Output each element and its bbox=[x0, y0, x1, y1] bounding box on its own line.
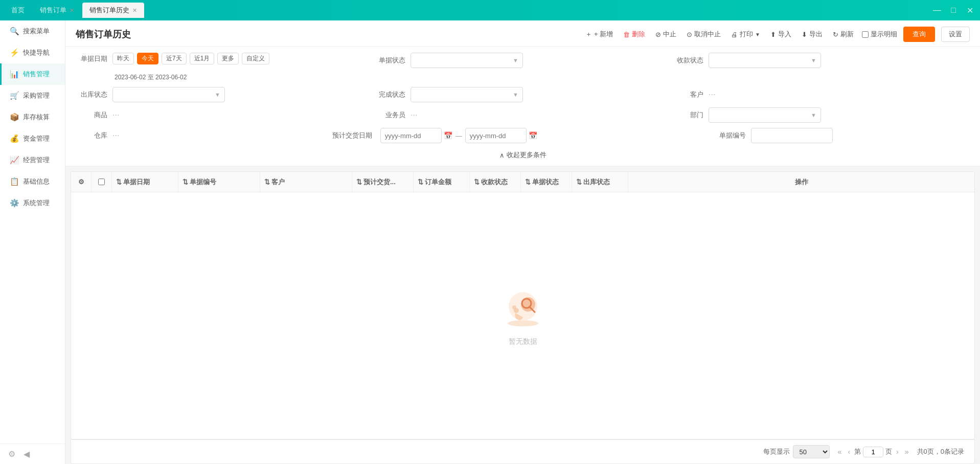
delete-icon: 🗑 bbox=[623, 31, 630, 38]
sidebar-item-nav[interactable]: ⚡ 快捷导航 bbox=[0, 42, 65, 63]
sidebar-item-system[interactable]: ⚙️ 系统管理 bbox=[0, 192, 65, 214]
print-label: 打印 bbox=[740, 30, 753, 39]
date-btn-today[interactable]: 今天 bbox=[137, 53, 158, 64]
goods-more-icon[interactable]: ··· bbox=[112, 111, 119, 120]
date-btn-custom[interactable]: 自定义 bbox=[242, 53, 269, 64]
page-size-select[interactable]: 50 10 20 100 bbox=[793, 445, 830, 458]
date-separator: — bbox=[455, 132, 462, 140]
th-settings[interactable]: ⚙ bbox=[71, 172, 92, 192]
date-btn-yesterday[interactable]: 昨天 bbox=[112, 53, 134, 64]
refresh-btn[interactable]: ↻ 刷新 bbox=[831, 29, 856, 40]
tab-sales-order-history[interactable]: 销售订单历史 ✕ bbox=[82, 3, 144, 18]
query-btn[interactable]: 查询 bbox=[903, 27, 935, 42]
stop-btn[interactable]: ⊘ 中止 bbox=[653, 29, 678, 40]
settings-btn[interactable]: 设置 bbox=[941, 27, 970, 42]
calendar-from-icon[interactable]: 📅 bbox=[444, 131, 452, 140]
calendar-to-icon[interactable]: 📅 bbox=[529, 131, 537, 140]
warehouse-label: 仓库 bbox=[76, 131, 112, 140]
table-area: ⚙ ⇅ 单据日期 ⇅ 单据编号 ⇅ 客户 ⇅ bbox=[71, 171, 975, 439]
sidebar-item-search[interactable]: 🔍 搜索菜单 bbox=[0, 20, 65, 42]
th-customer-sort-icon[interactable]: ⇅ bbox=[264, 178, 270, 186]
th-amount-sort-icon[interactable]: ⇅ bbox=[418, 178, 423, 186]
th-doc-no-sort-icon[interactable]: ⇅ bbox=[183, 178, 188, 186]
th-amount: ⇅ 订单金额 bbox=[414, 172, 470, 192]
th-doc-status-sort-icon[interactable]: ⇅ bbox=[525, 178, 531, 186]
date-btn-7days[interactable]: 近7天 bbox=[162, 53, 187, 64]
tab-sales-order-label: 销售订单 bbox=[40, 6, 66, 15]
top-bar: 首页 销售订单 ✕ 销售订单历史 ✕ — □ ✕ bbox=[0, 0, 980, 20]
cancel-stop-btn[interactable]: ⊙ 取消中止 bbox=[685, 29, 723, 40]
sidebar-item-sales[interactable]: 📊 销售管理 bbox=[0, 63, 65, 85]
date-btn-1month[interactable]: 近1月 bbox=[190, 53, 215, 64]
import-btn[interactable]: ⬆ 导入 bbox=[768, 29, 793, 40]
new-label: + 新增 bbox=[594, 30, 613, 39]
ship-status-select[interactable]: ▼ bbox=[112, 87, 225, 102]
th-check[interactable] bbox=[92, 172, 112, 192]
system-icon: ⚙️ bbox=[10, 198, 19, 208]
delivery-date-from[interactable] bbox=[380, 128, 442, 143]
warehouse-more-icon[interactable]: ··· bbox=[112, 131, 119, 140]
delivery-date-to[interactable] bbox=[465, 128, 527, 143]
page-size-wrap: 每页显示 50 10 20 100 bbox=[763, 445, 830, 458]
next-page-btn[interactable]: › bbox=[894, 447, 901, 457]
sidebar-item-purchase[interactable]: 🛒 采购管理 bbox=[0, 85, 65, 106]
sidebar-item-operations[interactable]: 📈 经营管理 bbox=[0, 149, 65, 171]
tab-sales-order[interactable]: 销售订单 ✕ bbox=[33, 3, 81, 18]
doc-date-label: 单据日期 bbox=[76, 54, 112, 63]
sidebar-item-inventory[interactable]: 📦 库存核算 bbox=[0, 106, 65, 128]
customer-more-icon[interactable]: ··· bbox=[709, 90, 715, 99]
th-delivery-sort-icon[interactable]: ⇅ bbox=[356, 178, 362, 186]
salesman-label: 业务员 bbox=[374, 111, 411, 120]
sidebar-settings-icon[interactable]: ⚙ bbox=[8, 449, 15, 459]
doc-status-select[interactable]: ▼ bbox=[411, 53, 523, 68]
expected-delivery-label: 预计交货日期 bbox=[331, 131, 377, 140]
win-minimize-btn[interactable]: — bbox=[931, 4, 943, 16]
delete-btn[interactable]: 🗑 删除 bbox=[621, 29, 647, 40]
content-area: 销售订单历史 ＋ + 新增 🗑 删除 ⊘ 中止 ⊙ 取消中止 bbox=[65, 20, 980, 464]
sidebar-collapse-icon[interactable]: ◀ bbox=[24, 449, 30, 459]
sidebar-item-basic[interactable]: 📋 基础信息 bbox=[0, 171, 65, 192]
collapse-up-icon: ∧ bbox=[499, 151, 505, 159]
th-doc-no-label: 单据编号 bbox=[190, 178, 216, 187]
department-select[interactable]: ▼ bbox=[709, 107, 821, 123]
prev-page-btn[interactable]: ‹ bbox=[846, 447, 852, 457]
receipt-status-select[interactable]: ▼ bbox=[709, 53, 821, 68]
th-ship-status-label: 出库状态 bbox=[583, 178, 610, 187]
new-btn[interactable]: ＋ + 新增 bbox=[583, 29, 615, 40]
tab-sales-order-history-close[interactable]: ✕ bbox=[132, 7, 137, 14]
th-delivery-label: 预计交货... bbox=[363, 178, 396, 187]
page-input[interactable] bbox=[863, 447, 883, 457]
select-all-checkbox[interactable] bbox=[98, 179, 105, 185]
doc-no-input[interactable] bbox=[751, 128, 833, 143]
salesman-more-icon[interactable]: ··· bbox=[411, 111, 417, 120]
th-ship-sort-icon[interactable]: ⇅ bbox=[576, 178, 582, 186]
export-btn[interactable]: ⬇ 导出 bbox=[800, 29, 825, 40]
tab-sales-order-close[interactable]: ✕ bbox=[70, 7, 74, 14]
export-label: 导出 bbox=[809, 30, 823, 39]
sidebar-item-finance[interactable]: 💰 资金管理 bbox=[0, 128, 65, 149]
tab-home[interactable]: 首页 bbox=[4, 3, 32, 18]
complete-status-select[interactable]: ▼ bbox=[411, 87, 523, 102]
show-detail-checkbox[interactable] bbox=[862, 31, 869, 38]
sidebar-item-search-label: 搜索菜单 bbox=[23, 27, 50, 36]
ship-status-label: 出库状态 bbox=[76, 90, 112, 99]
win-close-btn[interactable]: ✕ bbox=[964, 4, 976, 16]
last-page-btn[interactable]: » bbox=[903, 447, 911, 457]
show-detail-checkbox-label[interactable]: 显示明细 bbox=[862, 30, 897, 39]
empty-text: 暂无数据 bbox=[509, 337, 537, 346]
main-layout: 🔍 搜索菜单 ⚡ 快捷导航 📊 销售管理 🛒 采购管理 📦 库存核算 💰 资金管… bbox=[0, 20, 980, 464]
sidebar-item-sales-label: 销售管理 bbox=[23, 70, 50, 79]
date-btn-more[interactable]: 更多 bbox=[217, 53, 239, 64]
win-maximize-btn[interactable]: □ bbox=[947, 4, 960, 16]
sidebar: 🔍 搜索菜单 ⚡ 快捷导航 📊 销售管理 🛒 采购管理 📦 库存核算 💰 资金管… bbox=[0, 20, 65, 464]
collapse-filter-btn[interactable]: ∧ 收起更多条件 bbox=[76, 148, 970, 160]
th-receipt-sort-icon[interactable]: ⇅ bbox=[474, 178, 480, 186]
refresh-label: 刷新 bbox=[840, 30, 854, 39]
print-btn[interactable]: 🖨 打印 ▼ bbox=[729, 29, 762, 40]
th-doc-date-sort-icon[interactable]: ⇅ bbox=[116, 178, 122, 186]
th-doc-no: ⇅ 单据编号 bbox=[178, 172, 260, 192]
tab-home-label: 首页 bbox=[11, 6, 25, 15]
print-icon: 🖨 bbox=[731, 31, 738, 38]
first-page-btn[interactable]: « bbox=[836, 447, 844, 457]
th-customer-label: 客户 bbox=[271, 178, 285, 187]
